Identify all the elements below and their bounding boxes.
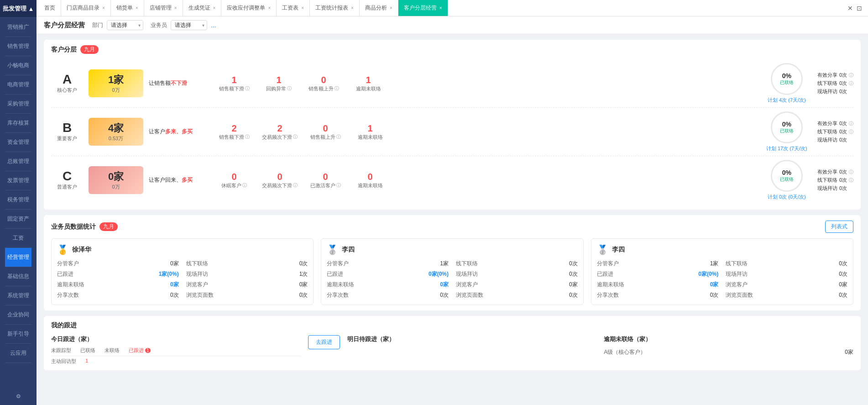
tab-gongzi[interactable]: 工资表× (277, 0, 310, 16)
list-view-btn[interactable]: 列表式 (825, 221, 853, 233)
right-stat-val-b-2: 0次 (839, 137, 847, 143)
circle-pct-a: 0% (782, 72, 791, 79)
stat-label-b-2: 销售额上升 ⓘ (310, 134, 341, 141)
tab-close-shangpin[interactable]: × (390, 5, 392, 11)
tab-mendian[interactable]: 门店商品目录× (61, 0, 111, 16)
goto-followup-btn[interactable]: 去跟进 (308, 335, 340, 349)
dept-select-wrapper[interactable]: 请选择 (107, 20, 143, 30)
tab-close-mendiangl[interactable]: × (174, 5, 177, 11)
data-val-1-6: 0次 (440, 291, 449, 299)
tier-suggest-a: 让销售额不下滑 (149, 79, 208, 88)
stat-num-a-1: 1 (276, 75, 281, 85)
right-info-icon[interactable]: ⓘ (849, 177, 853, 184)
tab-home[interactable]: 首页 (39, 0, 61, 16)
sidebar-item-zongzhang[interactable]: 总账管理 (5, 152, 31, 171)
tab-close-gongzi[interactable]: × (301, 5, 304, 11)
right-info-icon[interactable]: ⓘ (849, 72, 853, 79)
circle-stat-c: 0% 已联络 (771, 160, 803, 192)
tab-mendiangl[interactable]: 店铺管理× (144, 0, 183, 16)
tab-shangpin[interactable]: 商品分析× (360, 0, 398, 16)
sales-label: 业务员 (151, 21, 167, 29)
sidebar-item-fapiao[interactable]: 发票管理 (5, 171, 31, 190)
more-filter-btn[interactable]: ... (211, 21, 216, 29)
sidebar-item-dianshang[interactable]: 电商管理 (5, 75, 31, 95)
right-stat-val-c-2: 0次 (839, 185, 847, 192)
followup-title: 我的跟进 (51, 321, 77, 330)
right-stat-b-2: 现场拜访0次 (817, 137, 853, 143)
tier-right-stats-b: 有效分享0次ⓘ线下联络0次ⓘ现场拜访0次 (817, 120, 853, 143)
data-val-1-2[interactable]: 0家(0%) (429, 270, 449, 278)
tier-label-c: C普通客户 (51, 170, 83, 190)
info-icon[interactable]: ⓘ (245, 85, 250, 92)
stat-num-b-2: 0 (323, 123, 328, 134)
tab-close-mendian[interactable]: × (102, 5, 105, 11)
tab-close-yingshoufufu[interactable]: × (268, 5, 271, 11)
sidebar-item-kucun[interactable]: 库存核算 (5, 114, 31, 133)
close-window-icon[interactable]: ✕ (847, 5, 853, 12)
dept-label: 部门 (92, 21, 103, 29)
sidebar-item-zijin[interactable]: 资金管理 (5, 133, 31, 152)
data-val-1-4[interactable]: 0家 (440, 281, 449, 289)
right-info-icon[interactable]: ⓘ (849, 80, 853, 87)
tier-label-b: B重要客户 (51, 121, 83, 142)
data-label-0-4: 逾期未联络 (57, 281, 84, 289)
sales-data-row-1-2: 已跟进0家(0%) (327, 270, 449, 278)
info-icon[interactable]: ⓘ (242, 182, 247, 189)
sidebar-item-caigou[interactable]: 采购管理 (5, 95, 31, 114)
sidebar-item-xiaoshou[interactable]: 销售管理 (5, 37, 31, 56)
sidebar-item-xinshou[interactable]: 新手引导 (5, 325, 31, 344)
info-icon[interactable]: ⓘ (245, 134, 250, 140)
tab-yingshoufufu[interactable]: 应收应付调整单× (221, 0, 277, 16)
followup-col-linked: 已联络 (80, 347, 95, 354)
sidebar-item-gongzi[interactable]: 工资 (5, 229, 31, 248)
sidebar-item-yingxiao[interactable]: 营销推广 (5, 18, 31, 37)
sidebar-item-qiye[interactable]: 企业协同 (5, 305, 31, 325)
stat-label-c-2: 已激活客户 ⓘ (310, 182, 341, 189)
tab-close-pingzheng[interactable]: × (213, 5, 216, 11)
tab-pingzheng[interactable]: 生成凭证× (183, 0, 222, 16)
sidebar-item-xiaodian[interactable]: 小畅电商 (5, 56, 31, 75)
sales-select[interactable]: 请选择 (171, 20, 207, 30)
right-info-icon[interactable]: ⓘ (849, 121, 853, 127)
sales-stats-month-badge: 九月 (99, 222, 118, 231)
sidebar-item-gudingzichan[interactable]: 固定资产 (5, 210, 31, 229)
sales-data-row-2-5: 浏览客户0家 (726, 281, 847, 289)
tab-close-gongzitj[interactable]: × (351, 5, 354, 11)
data-val-0-4[interactable]: 0家 (170, 281, 179, 289)
sidebar-item-xitong[interactable]: 系统管理 (5, 286, 31, 305)
sidebar-item-jingying[interactable]: 经营管理 (5, 248, 31, 267)
followup-col-unlinked: 未联络 (105, 347, 120, 354)
right-info-icon[interactable]: ⓘ (849, 169, 853, 175)
stat-label-b-0: 销售额下滑 ⓘ (219, 134, 250, 141)
tier-stat-a-2: 0销售额上升 ⓘ (303, 73, 344, 94)
sidebar-item-jichu[interactable]: 基础信息 (5, 267, 31, 286)
right-info-icon[interactable]: ⓘ (849, 129, 853, 135)
sidebar-item-yun[interactable]: 云应用 (5, 344, 31, 363)
dept-select[interactable]: 请选择 (107, 20, 143, 30)
tab-xiaohuo[interactable]: 销货单× (111, 0, 144, 16)
info-icon[interactable]: ⓘ (336, 134, 341, 140)
right-stat-c-0: 有效分享0次ⓘ (817, 168, 853, 175)
sidebar-gear-item[interactable]: ⚙ (0, 388, 37, 405)
data-val-0-5: 0家 (299, 281, 308, 289)
tab-kehu[interactable]: 客户分层经营× (398, 0, 448, 16)
info-icon[interactable]: ⓘ (293, 134, 298, 140)
tab-close-xiaohuo[interactable]: × (136, 5, 138, 11)
info-icon[interactable]: ⓘ (335, 85, 339, 92)
data-val-2-2[interactable]: 0家(0%) (698, 270, 718, 278)
restore-window-icon[interactable]: ⊡ (857, 5, 862, 12)
right-stat-label-a-1: 线下联络 (817, 80, 837, 87)
tab-gongzitj[interactable]: 工资统计报表× (310, 0, 360, 16)
sales-stats-title: 业务员数据统计 (51, 223, 96, 231)
data-val-0-2[interactable]: 1家(0%) (159, 270, 179, 278)
tier-row-b: B重要客户4家0.53万让客户多来、多买2销售额下滑 ⓘ2交易频次下滑 ⓘ0销售… (51, 108, 853, 156)
sidebar-header[interactable]: 批发管理 ▲ (0, 0, 37, 18)
tab-close-kehu[interactable]: × (439, 5, 442, 11)
info-icon[interactable]: ⓘ (336, 182, 341, 189)
sales-select-wrapper[interactable]: 请选择 (171, 20, 207, 30)
info-icon[interactable]: ⓘ (287, 85, 292, 92)
data-val-2-4[interactable]: 0家 (710, 281, 719, 289)
info-icon[interactable]: ⓘ (293, 182, 298, 189)
sidebar-item-shuiwu[interactable]: 税务管理 (5, 190, 31, 210)
data-label-0-1: 线下联络 (186, 260, 208, 268)
